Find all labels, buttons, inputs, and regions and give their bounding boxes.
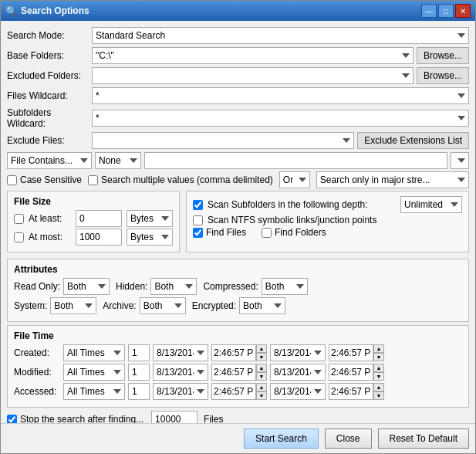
file-contains-match-select[interactable]: None Any All xyxy=(95,152,141,169)
find-files-label[interactable]: Find Files xyxy=(206,227,246,238)
maximize-button[interactable]: □ xyxy=(438,4,454,18)
at-most-input[interactable] xyxy=(76,229,122,246)
accessed-time2-down[interactable]: ▼ xyxy=(373,391,384,400)
file-contains-extra-select[interactable] xyxy=(451,152,469,169)
accessed-n-input[interactable] xyxy=(128,383,150,400)
created-time1-up[interactable]: ▲ xyxy=(256,344,267,353)
accessed-time2-up[interactable]: ▲ xyxy=(373,383,384,391)
accessed-time1-input[interactable] xyxy=(211,383,256,400)
created-type-select[interactable]: All TimesTodayThis Week xyxy=(63,344,125,361)
stop-search-label[interactable]: Stop the search after finding... xyxy=(20,414,143,423)
scan-ntfs-checkbox[interactable] xyxy=(193,215,203,225)
hidden-item: Hidden: BothYesNo xyxy=(116,278,197,295)
stop-search-checkbox[interactable] xyxy=(7,415,17,424)
system-select[interactable]: BothYesNo xyxy=(50,297,96,314)
find-row: Find Files Find Folders xyxy=(193,227,462,238)
created-date1-select[interactable]: 8/13/2014 xyxy=(153,344,208,361)
multiple-values-label[interactable]: Search multiple values (comma delimited) xyxy=(101,174,273,185)
start-search-button[interactable]: Start Search xyxy=(244,429,319,449)
main-window: 🔍 Search Options — □ ✕ Search Mode: Stan… xyxy=(0,0,476,454)
modified-type-select[interactable]: All TimesTodayThis Week xyxy=(63,364,125,381)
created-date2-select[interactable]: 8/13/2014 xyxy=(270,344,326,361)
at-least-row: At least: Bytes KB MB xyxy=(14,210,173,227)
excluded-folders-browse-button[interactable]: Browse... xyxy=(417,67,469,84)
find-files-checkbox[interactable] xyxy=(193,228,203,238)
modified-time1-down[interactable]: ▼ xyxy=(256,372,267,381)
created-time2-down[interactable]: ▼ xyxy=(373,353,384,361)
search-only-select[interactable]: Search only in major stre... xyxy=(316,171,469,188)
at-least-unit-select[interactable]: Bytes KB MB xyxy=(127,210,173,227)
attributes-section: Attributes Read Only: BothYesNo Hidden: … xyxy=(7,259,469,322)
at-least-label[interactable]: At least: xyxy=(29,213,71,224)
created-row: Created: All TimesTodayThis Week 8/13/20… xyxy=(14,344,462,361)
read-only-select[interactable]: BothYesNo xyxy=(63,278,110,295)
modified-time1-up[interactable]: ▲ xyxy=(256,364,267,372)
close-button[interactable]: Close xyxy=(325,429,372,449)
created-time2-up[interactable]: ▲ xyxy=(373,344,384,353)
excluded-folders-control: Browse... xyxy=(92,67,469,84)
created-time1-input[interactable] xyxy=(211,344,256,361)
minimize-button[interactable]: — xyxy=(421,4,437,18)
at-most-label[interactable]: At most: xyxy=(29,232,71,242)
hidden-select[interactable]: BothYesNo xyxy=(150,278,197,295)
stop-search-input[interactable] xyxy=(151,411,197,423)
file-time-section: File Time Created: All TimesTodayThis We… xyxy=(7,325,469,408)
at-least-checkbox[interactable] xyxy=(14,214,24,224)
created-time2-group: ▲ ▼ xyxy=(329,344,384,361)
accessed-time2-input[interactable] xyxy=(329,383,373,400)
compressed-select[interactable]: BothYesNo xyxy=(262,278,308,295)
reset-button[interactable]: Reset To Default xyxy=(378,429,470,449)
base-folders-select[interactable]: "C:\" xyxy=(92,47,414,64)
base-folders-browse-button[interactable]: Browse... xyxy=(417,47,469,64)
exclude-files-label: Exclude Files: xyxy=(7,135,92,146)
accessed-time1-up[interactable]: ▲ xyxy=(256,383,267,391)
created-time1-down[interactable]: ▼ xyxy=(256,353,267,361)
or-select[interactable]: Or And xyxy=(279,171,310,188)
created-n-input[interactable] xyxy=(128,344,150,361)
accessed-type-select[interactable]: All TimesTodayThis Week xyxy=(63,383,125,400)
subfolders-wildcard-select[interactable]: * xyxy=(92,110,469,127)
scan-subfolders-label[interactable]: Scan Subfolders in the following depth: xyxy=(208,199,396,210)
excluded-folders-label: Excluded Folders: xyxy=(7,70,92,81)
accessed-date1-select[interactable]: 8/13/2014 xyxy=(153,383,208,400)
created-time2-input[interactable] xyxy=(329,344,373,361)
search-mode-select[interactable]: Standard Search Regex Search Content Sea… xyxy=(92,27,469,44)
find-folders-label[interactable]: Find Folders xyxy=(275,227,326,238)
case-sensitive-label[interactable]: Case Sensitive xyxy=(20,174,82,185)
accessed-date2-select[interactable]: 8/13/2014 xyxy=(270,383,326,400)
file-contains-type-select[interactable]: File Contains... File Does Not Contain..… xyxy=(7,152,92,169)
modified-time2-input[interactable] xyxy=(329,364,373,381)
at-most-unit-select[interactable]: Bytes KB MB xyxy=(127,229,173,246)
search-mode-control: Standard Search Regex Search Content Sea… xyxy=(92,27,469,44)
file-size-title: File Size xyxy=(14,196,173,207)
modified-date2-select[interactable]: 8/13/2014 xyxy=(270,364,326,381)
file-contains-input[interactable] xyxy=(144,152,447,169)
modified-time1-input[interactable] xyxy=(211,364,256,381)
scan-ntfs-label[interactable]: Scan NTFS symbolic links/junction points xyxy=(208,215,376,225)
excluded-folders-select[interactable] xyxy=(92,67,414,84)
modified-time2-up[interactable]: ▲ xyxy=(373,364,384,372)
case-sensitive-checkbox[interactable] xyxy=(7,175,17,185)
find-folders-checkbox[interactable] xyxy=(262,228,272,238)
encrypted-select[interactable]: BothYesNo xyxy=(239,297,285,314)
bottom-bar: Start Search Close Reset To Default xyxy=(1,423,475,453)
modified-time2-down[interactable]: ▼ xyxy=(373,372,384,381)
attributes-row1: Read Only: BothYesNo Hidden: BothYesNo C… xyxy=(14,278,462,295)
accessed-time1-down[interactable]: ▼ xyxy=(256,391,267,400)
exclude-extensions-button[interactable]: Exclude Extensions List xyxy=(357,132,469,149)
case-sensitive-check-group: Case Sensitive xyxy=(7,174,82,185)
accessed-time2-group: ▲ ▼ xyxy=(329,383,384,400)
multiple-values-checkbox[interactable] xyxy=(88,175,98,185)
exclude-files-select[interactable] xyxy=(92,132,354,149)
archive-select[interactable]: BothYesNo xyxy=(140,297,186,314)
scan-subfolders-checkbox[interactable] xyxy=(193,200,203,210)
modified-date1-select[interactable]: 8/13/2014 xyxy=(153,364,208,381)
depth-select[interactable]: Unlimited 1 2 3 4 5 xyxy=(400,196,462,213)
modified-n-input[interactable] xyxy=(128,364,150,381)
at-least-input[interactable] xyxy=(76,210,122,227)
subfolders-wildcard-label: Subfolders Wildcard: xyxy=(7,107,92,129)
files-wildcard-select[interactable]: * xyxy=(92,87,469,104)
at-most-checkbox[interactable] xyxy=(14,232,24,242)
scan-ntfs-row: Scan NTFS symbolic links/junction points xyxy=(193,215,462,225)
close-window-button[interactable]: ✕ xyxy=(455,4,471,18)
